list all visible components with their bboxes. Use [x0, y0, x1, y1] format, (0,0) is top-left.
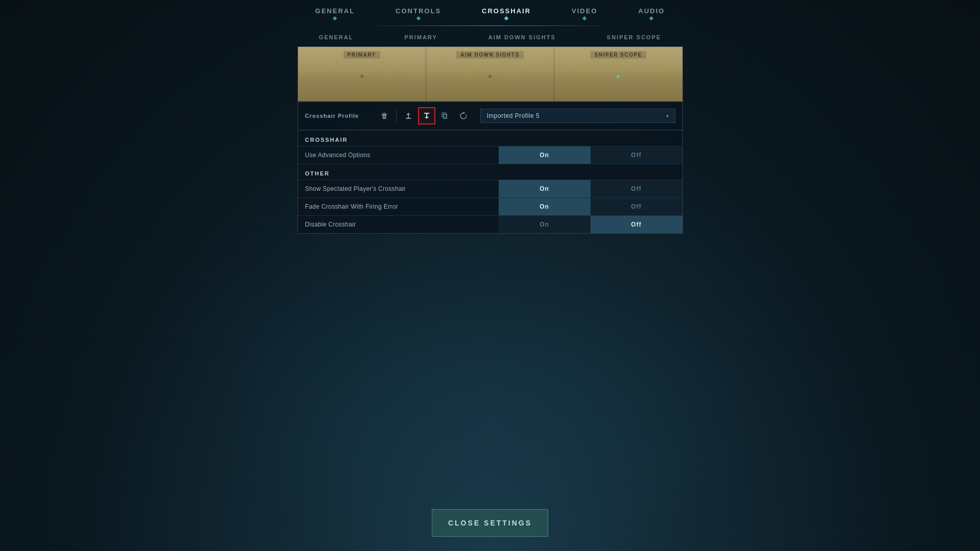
page-container: GENERAL CONTROLS CROSSHAIR VIDEO AUDIO [0, 0, 980, 551]
use-advanced-options-label: Use Advanced Options [298, 146, 499, 164]
crosshair-preview: PRIMARY + AIM DOWN SIGHTS + SNIPER SCOPE [298, 46, 683, 102]
crosshair-aim-down-sights: + [487, 71, 493, 82]
nav-item-video[interactable]: VIDEO [551, 4, 618, 23]
sub-nav-aim-down-sights[interactable]: AIM DOWN SIGHTS [463, 31, 581, 43]
fade-with-firing-error-row: Fade Crosshair With Firing Error On Off [298, 197, 682, 215]
fade-with-firing-error-on-button[interactable]: On [499, 198, 591, 215]
use-advanced-options-on-button[interactable]: On [499, 146, 591, 164]
nav-dot-audio [649, 16, 653, 20]
profile-row: Crosshair Profile [298, 102, 682, 130]
reset-icon [459, 112, 468, 120]
disable-crosshair-off-button[interactable]: Off [591, 216, 682, 233]
other-section-header: OTHER [298, 164, 682, 180]
settings-panel: Crosshair Profile [298, 102, 683, 234]
share-icon [404, 112, 412, 120]
close-settings-button[interactable]: CLOSE SETTINGS [432, 509, 548, 537]
sub-nav-sniper-scope[interactable]: SNIPER SCOPE [581, 31, 687, 43]
nav-line [362, 26, 618, 26]
show-spectated-crosshair-row: Show Spectated Player's Crosshair On Off [298, 180, 682, 197]
trash-icon [380, 112, 388, 120]
nav-dot-controls [416, 16, 420, 20]
share-profile-button[interactable] [400, 107, 417, 124]
disable-crosshair-toggle: On Off [499, 216, 682, 233]
nav-item-controls[interactable]: CONTROLS [375, 4, 461, 23]
preview-sniper-scope: SNIPER SCOPE [554, 47, 682, 101]
show-spectated-crosshair-on-button[interactable]: On [499, 180, 591, 197]
preview-aim-down-sights: AIM DOWN SIGHTS + [426, 47, 554, 101]
profile-icons [376, 107, 472, 124]
disable-crosshair-on-button[interactable]: On [499, 216, 591, 233]
dropdown-arrow-icon: ▾ [666, 113, 669, 119]
top-nav: GENERAL CONTROLS CROSSHAIR VIDEO AUDIO [0, 0, 980, 23]
sub-nav: GENERAL PRIMARY AIM DOWN SIGHTS SNIPER S… [0, 23, 980, 43]
profile-select-dropdown[interactable]: Imported Profile 5 ▾ [480, 109, 675, 123]
fade-with-firing-error-toggle: On Off [499, 198, 682, 215]
use-advanced-options-row: Use Advanced Options On Off [298, 146, 682, 164]
close-settings-container: CLOSE SETTINGS [432, 509, 548, 537]
import-icon [423, 112, 431, 120]
profile-select-text: Imported Profile 5 [487, 112, 540, 119]
nav-item-crosshair[interactable]: CROSSHAIR [461, 4, 551, 23]
nav-dot-crosshair [504, 16, 508, 20]
sub-nav-primary[interactable]: PRIMARY [379, 31, 462, 43]
disable-crosshair-row: Disable Crosshair On Off [298, 215, 682, 233]
crosshair-sniper-scope [617, 75, 620, 78]
divider [396, 110, 397, 122]
use-advanced-options-off-button[interactable]: Off [591, 146, 682, 164]
sub-nav-general[interactable]: GENERAL [293, 31, 379, 43]
nav-dot-general [333, 16, 337, 20]
crosshair-section-header: CROSSHAIR [298, 130, 682, 146]
fade-with-firing-error-label: Fade Crosshair With Firing Error [298, 198, 499, 215]
copy-icon [441, 112, 449, 120]
show-spectated-crosshair-label: Show Spectated Player's Crosshair [298, 180, 499, 197]
nav-dot-video [582, 16, 586, 20]
crosshair-primary: + [359, 71, 364, 82]
copy-profile-button[interactable] [436, 107, 454, 124]
preview-primary: PRIMARY + [298, 47, 426, 101]
disable-crosshair-label: Disable Crosshair [298, 216, 499, 233]
nav-item-audio[interactable]: AUDIO [618, 4, 685, 23]
delete-profile-button[interactable] [376, 107, 393, 124]
reset-profile-button[interactable] [455, 107, 472, 124]
import-profile-button[interactable] [418, 107, 435, 124]
nav-item-general[interactable]: GENERAL [295, 4, 376, 23]
fade-with-firing-error-off-button[interactable]: Off [591, 198, 682, 215]
use-advanced-options-toggle: On Off [499, 146, 682, 164]
show-spectated-crosshair-toggle: On Off [499, 180, 682, 197]
profile-label: Crosshair Profile [305, 113, 372, 119]
show-spectated-crosshair-off-button[interactable]: Off [591, 180, 682, 197]
